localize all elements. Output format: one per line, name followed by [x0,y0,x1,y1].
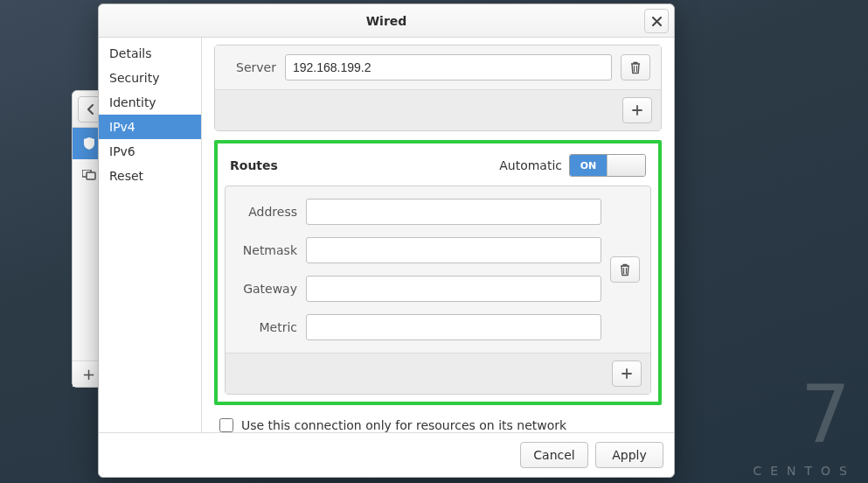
route-gateway-label: Gateway [236,282,297,296]
sidebar-item-ipv6[interactable]: IPv6 [99,139,201,164]
dns-panel: Server [214,45,662,131]
route-netmask-input[interactable] [306,237,601,263]
sidebar-item-label: Reset [109,169,143,183]
sidebar-item-security[interactable]: Security [99,66,201,90]
sidebar-item-identity[interactable]: Identity [99,90,201,115]
apply-button[interactable]: Apply [595,442,663,468]
settings-sidebar: Details Security Identity IPv4 IPv6 Rese… [99,38,202,432]
dns-add-button[interactable] [622,97,652,123]
resources-only-checkbox[interactable] [219,418,233,432]
sidebar-item-ipv4[interactable]: IPv4 [99,115,201,139]
route-delete-button[interactable] [610,256,640,283]
route-metric-input[interactable] [306,314,601,340]
dns-server-input[interactable] [285,54,612,80]
cancel-button-label: Cancel [533,448,574,462]
ipv4-settings-panel: Server Routes Automatic [202,38,674,432]
route-metric-label: Metric [236,320,297,334]
resources-only-row[interactable]: Use this connection only for resources o… [214,412,662,432]
sidebar-item-label: Security [109,71,160,85]
switch-knob [607,155,645,176]
apply-button-label: Apply [612,448,647,462]
sidebar-item-reset[interactable]: Reset [99,164,201,188]
sidebar-item-label: Details [109,46,152,60]
close-icon[interactable] [644,9,669,33]
routes-automatic-label: Automatic [499,158,562,172]
routes-automatic-switch[interactable]: ON [569,154,646,177]
wired-connection-dialog: Wired Details Security Identity IPv4 IPv… [98,4,675,478]
route-add-button[interactable] [612,360,642,387]
routes-panel: Address Netmask Gateway [225,186,651,395]
dialog-titlebar[interactable]: Wired [99,4,674,38]
sidebar-item-label: Identity [109,95,156,109]
dialog-title: Wired [99,14,674,28]
sidebar-item-label: IPv4 [109,120,135,134]
cancel-button[interactable]: Cancel [520,442,588,468]
route-netmask-label: Netmask [236,243,297,257]
resources-only-label: Use this connection only for resources o… [241,418,566,432]
sidebar-item-label: IPv6 [109,144,135,158]
routes-title: Routes [230,158,278,172]
brand-version: 7 [801,368,851,460]
brand-name: CENTOS [753,464,856,478]
dns-delete-button[interactable] [621,54,650,80]
routes-highlight: Routes Automatic ON Address [214,140,662,405]
dialog-button-bar: Cancel Apply [99,432,674,477]
route-address-label: Address [236,205,297,219]
sidebar-item-details[interactable]: Details [99,41,201,66]
route-address-input[interactable] [306,199,601,225]
svg-rect-1 [87,172,95,179]
route-gateway-input[interactable] [306,276,601,302]
switch-on-text: ON [570,155,607,176]
dns-server-label: Server [226,60,276,74]
